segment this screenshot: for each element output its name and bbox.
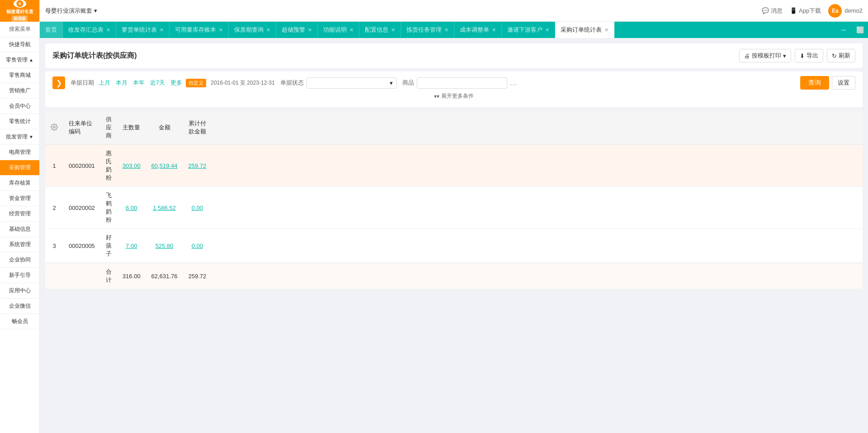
tab-close-icon[interactable]: ✕ [604,27,609,33]
sidebar-item-new-guide-label: 新手引导 [9,271,31,279]
tab-maximize-btn[interactable]: ⬜ [852,22,868,38]
th-qty: 主数量 [117,111,146,145]
cell-amount[interactable]: 525.80 [146,229,183,263]
top-bar: 母婴行业演示账套 ▾ 💬 消息 📱 App下载 Ea demo2 [40,0,868,22]
shortcut-this-year[interactable]: 本年 [131,78,146,88]
tab-invite-downstream-label: 邀请下游客户 [507,26,542,34]
expand-more-btn[interactable]: ▾▾ 展开更多条件 [52,90,855,103]
refresh-btn[interactable]: ↻ 刷新 [827,49,855,62]
sidebar-item-member[interactable]: 会员中心 [0,99,39,114]
tab-close-icon[interactable]: ✕ [545,27,549,33]
export-btn[interactable]: ⬇ 导出 [795,49,823,62]
tab-close-icon[interactable]: ✕ [391,27,395,33]
tab-close-icon[interactable]: ✕ [219,27,223,33]
table-settings-icon[interactable] [51,124,58,131]
cell-code: 00020001 [63,145,100,187]
message-icon: 💬 [762,7,769,14]
sidebar-item-marketing[interactable]: 营销推广 [0,83,39,99]
tab-overstock-warning[interactable]: 超储预警 ✕ [276,22,318,38]
expand-more-icon: ▾▾ [434,93,439,100]
sidebar-item-marketing-label: 营销推广 [9,87,31,95]
template-print-btn[interactable]: 🖨 按模板打印 ▾ [739,49,791,62]
cell-paid[interactable]: 259.72 [183,145,212,187]
sidebar-item-retail[interactable]: 零售管理 ▲ [0,52,39,68]
filter-area: ❯ 单据日期 上月 本月 本年 近7天 更多 自定义 2016-01-01 至 … [45,71,863,107]
tab-close-icon[interactable]: ✕ [444,27,448,33]
expand-arrow-icon: ▲ [29,57,33,62]
tab-cost-adjust-label: 成本调整单 [460,26,489,34]
sidebar-item-operations[interactable]: 经营管理 [0,206,39,222]
sidebar-item-app-center[interactable]: 应用中心 [0,283,39,299]
sidebar-item-enterprise-wechat[interactable]: 企业微信 [0,299,39,314]
tab-function-desc[interactable]: 功能说明 ✕ [318,22,359,38]
tab-expiry-query[interactable]: 保质期查询 ✕ [229,22,276,38]
export-label: 导出 [807,52,818,60]
message-btn[interactable]: 💬 消息 [762,7,783,15]
app-download-btn[interactable]: 📱 App下载 [790,7,821,15]
tab-cost-adjust[interactable]: 成本调整单 ✕ [454,22,502,38]
refresh-label: 刷新 [839,52,850,60]
sidebar-item-inventory[interactable]: 库存核算 [0,176,39,191]
workspace-selector[interactable]: 母婴行业演示账套 ▾ [45,7,97,15]
shortcut-this-month[interactable]: 本月 [114,78,129,88]
app-download-label: App下载 [799,7,821,15]
sidebar-item-enterprise-wechat-label: 企业微信 [9,302,31,310]
cell-paid[interactable]: 0.00 [183,187,212,229]
tab-minimize-btn[interactable]: ─ [835,22,852,38]
cell-code: 00020005 [63,229,100,263]
th-amount: 金额 [146,111,183,145]
app-name: 畅捷通好生意 [6,9,33,15]
date-range-display: 2016-01-01 至 2023-12-31 [211,79,274,87]
sidebar-item-retail-stats[interactable]: 零售统计 [0,114,39,129]
tab-order-stats-label: 要货单统计表 [122,26,157,34]
sidebar-item-retail-shop[interactable]: 零售商城 [0,68,39,83]
cell-amount[interactable]: 1,586.52 [146,187,183,229]
sidebar-item-system[interactable]: 系统管理 [0,237,39,252]
tab-inventory-account[interactable]: 可用量库存账本 ✕ [170,22,229,38]
sidebar-item-basic-info[interactable]: 基础信息 [0,222,39,237]
sidebar-item-purchase[interactable]: 采购管理 [0,160,39,176]
sidebar-item-quick-nav[interactable]: 快捷导航 [0,37,39,52]
tab-close-icon[interactable]: ✕ [349,27,354,33]
tab-collect-issue[interactable]: 收发存汇总表 ✕ [63,22,116,38]
shortcut-7days[interactable]: 近7天 [148,78,167,88]
quick-nav-label: 快捷导航 [9,41,31,48]
tab-close-icon[interactable]: ✕ [308,27,312,33]
user-profile[interactable]: Ea demo2 [828,4,863,18]
th-paid: 累计付款金额 [183,111,212,145]
cell-qty[interactable]: 7.00 [117,229,146,263]
filter-action-btns: 查询 设置 [800,76,855,90]
sidebar-item-ecommerce[interactable]: 电商管理 [0,145,39,160]
settings-btn[interactable]: 设置 [832,76,855,90]
tab-close-icon[interactable]: ✕ [492,27,496,33]
goods-more-icon[interactable]: … [510,79,517,87]
tab-purchase-summary[interactable]: 采购订单统计表 ✕ [555,22,614,38]
sidebar-item-enterprise[interactable]: 企业协同 [0,252,39,268]
sidebar-item-vip[interactable]: 畅会员 [0,314,39,329]
tab-close-icon[interactable]: ✕ [266,27,270,33]
search-menu[interactable]: 搜索菜单 [0,22,39,37]
sidebar-item-retail-label: 零售管理 [6,56,28,64]
cell-amount[interactable]: 60,519.44 [146,145,183,187]
shortcut-last-month[interactable]: 上月 [97,78,112,88]
tab-order-stats[interactable]: 要货单统计表 ✕ [116,22,170,38]
query-btn[interactable]: 查询 [800,76,829,90]
tab-home[interactable]: 首页 [40,22,63,38]
filter-toggle-btn[interactable]: ❯ [52,76,65,89]
sidebar-item-new-guide[interactable]: 新手引导 [0,268,39,283]
tab-close-icon[interactable]: ✕ [106,27,110,33]
sidebar-item-finance[interactable]: 资金管理 [0,191,39,206]
goods-input[interactable] [417,77,507,89]
cell-qty[interactable]: 303.00 [117,145,146,187]
shortcut-more[interactable]: 更多 [169,78,184,88]
cell-paid[interactable]: 0.00 [183,229,212,263]
tab-pick-task[interactable]: 拣货任务管理 ✕ [401,22,454,38]
status-select[interactable]: ▾ [307,77,397,89]
sidebar-item-wholesale[interactable]: 批发管理 ▼ [0,129,39,145]
tab-close-icon[interactable]: ✕ [160,27,164,33]
tab-invite-downstream[interactable]: 邀请下游客户 ✕ [502,22,555,38]
date-custom-badge[interactable]: 自定义 [186,79,206,87]
cell-qty[interactable]: 6.00 [117,187,146,229]
tab-config-info[interactable]: 配置信息 ✕ [359,22,401,38]
app-download-icon: 📱 [790,7,797,14]
